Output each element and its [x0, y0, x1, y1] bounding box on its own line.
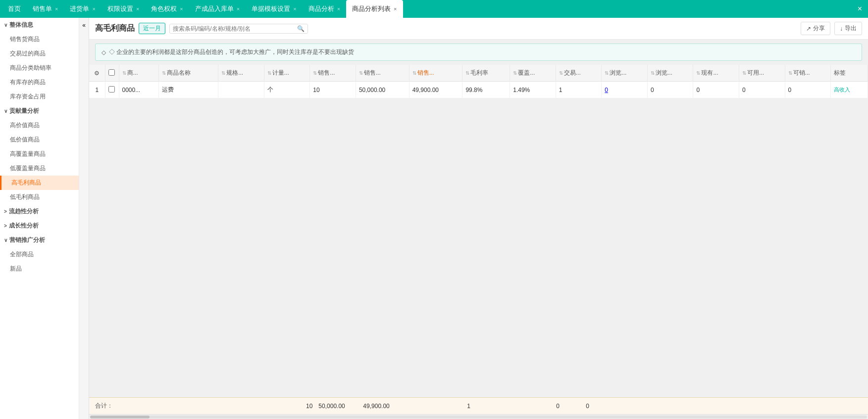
sidebar-item-high-gross[interactable]: 高毛利商品 — [0, 176, 79, 190]
col-amount[interactable]: ⇅销售... — [356, 65, 409, 82]
tab-analysis-list-close[interactable]: × — [394, 6, 397, 12]
main-layout: ∨ 整体信息 销售货商品 交易过的商品 商品分类助销率 有库存的商品 库存资金占… — [0, 18, 868, 419]
tab-analysis[interactable]: 商品分析 × — [303, 0, 346, 18]
col-trade[interactable]: ⇅交易... — [556, 65, 602, 82]
sidebar-group-marketing[interactable]: ∨ 营销推广分析 — [0, 233, 79, 247]
export-button[interactable]: ↓ 导出 — [834, 22, 862, 35]
content-area: 高毛利商品 近一月 🔍 ↗ 分享 ↓ 导出 ◇ ◇ 企业的主要的利润都是这部分商… — [89, 18, 868, 419]
sidebar-collapse-button[interactable]: « — [79, 18, 89, 419]
cell-views2: 0 — [647, 82, 693, 98]
tab-auth[interactable]: 权限设置 × — [102, 0, 145, 18]
col-tag[interactable]: 标签 — [831, 65, 868, 82]
cell-stock-cur: 0 — [693, 82, 739, 98]
sidebar-item-category-rate[interactable]: 商品分类助销率 — [0, 61, 79, 75]
tab-template[interactable]: 单据模板设置 × — [246, 0, 302, 18]
sidebar-item-high-coverage[interactable]: 高覆盖量商品 — [0, 147, 79, 161]
sidebar-group-contribution[interactable]: ∨ 贡献量分析 — [0, 104, 79, 118]
sidebar-item-low-value[interactable]: 低价值商品 — [0, 133, 79, 147]
sidebar-item-traded-goods[interactable]: 交易过的商品 — [0, 47, 79, 61]
group-contribution-arrow: ∨ — [4, 108, 7, 114]
sidebar-item-high-value[interactable]: 高价值商品 — [0, 118, 79, 133]
export-icon: ↓ — [840, 25, 843, 32]
tab-role-close[interactable]: × — [180, 6, 183, 12]
sidebar-group-flow[interactable]: > 流趋性分析 — [0, 204, 79, 219]
tab-sales[interactable]: 销售单 × — [27, 0, 64, 18]
tab-role[interactable]: 角色权权 × — [145, 0, 189, 18]
col-stock-sell[interactable]: ⇅可销... — [785, 65, 831, 82]
horizontal-scrollbar[interactable] — [89, 414, 868, 419]
data-table-container: ⚙ ⇅商... ⇅商品名称 ⇅规格... ⇅计量... ⇅销售... ⇅销售..… — [89, 65, 868, 397]
footer-stock-cur: 0 — [553, 403, 583, 410]
tab-auth-close[interactable]: × — [136, 6, 139, 12]
group-flow-arrow: > — [4, 209, 7, 214]
col-stock-avail[interactable]: ⇅可用... — [739, 65, 785, 82]
col-views2[interactable]: ⇅浏览... — [647, 65, 693, 82]
cell-name: 运费 — [159, 82, 218, 98]
col-qty[interactable]: ⇅销售... — [310, 65, 356, 82]
cell-stock-sell: 0 — [785, 82, 831, 98]
group-marketing-arrow: ∨ — [4, 237, 7, 243]
sidebar-item-sales-goods[interactable]: 销售货商品 — [0, 32, 79, 47]
col-profit[interactable]: ⇅销售... — [409, 65, 462, 82]
sidebar-item-low-coverage[interactable]: 低覆盖量商品 — [0, 161, 79, 176]
footer-qty: 10 — [303, 403, 315, 410]
footer-label: 合计： — [95, 402, 125, 410]
col-spec[interactable]: ⇅规格... — [218, 65, 264, 82]
sidebar-item-stock-capital[interactable]: 库存资金占用 — [0, 90, 79, 104]
cell-checkbox[interactable] — [105, 82, 119, 98]
col-views1[interactable]: ⇅浏览... — [602, 65, 648, 82]
sidebar-group-growth[interactable]: > 成长性分析 — [0, 219, 79, 233]
row-checkbox[interactable] — [108, 86, 115, 93]
tab-purchase[interactable]: 进货单 × — [64, 0, 101, 18]
search-icon[interactable]: 🔍 — [297, 25, 305, 32]
col-name[interactable]: ⇅商品名称 — [159, 65, 218, 82]
search-input[interactable] — [173, 25, 297, 32]
cell-coverage: 1.49% — [510, 82, 556, 98]
col-stock-cur[interactable]: ⇅现有... — [693, 65, 739, 82]
table-footer: 合计： 10 50,000.00 49,900.00 1 0 0 — [89, 397, 868, 414]
info-banner: ◇ ◇ 企业的主要的利润都是这部分商品创造的，可考虑加大推广，同时关注库存是不要… — [95, 44, 862, 61]
collapse-icon: « — [82, 22, 86, 29]
table-row: 1 0000... 运费 个 10 50,000.00 49,900.00 99… — [89, 82, 868, 98]
table-header-row: ⚙ ⇅商... ⇅商品名称 ⇅规格... ⇅计量... ⇅销售... ⇅销售..… — [89, 65, 868, 82]
search-box[interactable]: 🔍 — [169, 24, 308, 34]
footer-amount: 50,000.00 — [315, 403, 360, 410]
sidebar-item-all-goods[interactable]: 全部商品 — [0, 247, 79, 262]
page-title: 高毛利商品 — [95, 23, 135, 34]
tab-product-inbound[interactable]: 产成品入库单 × — [189, 0, 246, 18]
filter-recent-month[interactable]: 近一月 — [139, 23, 165, 34]
col-code[interactable]: ⇅商... — [119, 65, 159, 82]
window-close-button[interactable]: × — [854, 4, 866, 13]
tab-analysis-close[interactable]: × — [337, 6, 340, 12]
tab-purchase-close[interactable]: × — [92, 6, 95, 12]
share-icon: ↗ — [806, 25, 811, 32]
cell-spec — [218, 82, 264, 98]
sidebar-item-in-stock[interactable]: 有库存的商品 — [0, 75, 79, 90]
cell-index: 1 — [89, 82, 105, 98]
tab-home[interactable]: 首页 — [2, 0, 27, 18]
select-all-checkbox[interactable] — [108, 69, 115, 76]
col-coverage[interactable]: ⇅覆盖... — [510, 65, 556, 82]
share-button[interactable]: ↗ 分享 — [801, 22, 830, 35]
tab-analysis-list[interactable]: 商品分析列表 × — [346, 0, 403, 18]
col-settings[interactable]: ⚙ — [89, 65, 105, 82]
tab-product-inbound-close[interactable]: × — [237, 6, 240, 12]
cell-stock-avail: 0 — [739, 82, 785, 98]
cell-profit: 49,900.00 — [409, 82, 462, 98]
col-gross-rate[interactable]: ⇅毛利率 — [462, 65, 510, 82]
tab-sales-close[interactable]: × — [55, 6, 58, 12]
col-unit[interactable]: ⇅计量... — [264, 65, 310, 82]
scrollbar-track — [90, 416, 867, 419]
cell-trade: 1 — [556, 82, 602, 98]
sidebar-group-overall[interactable]: ∨ 整体信息 — [0, 18, 79, 32]
info-icon: ◇ — [102, 49, 106, 56]
cell-views1[interactable]: 0 — [602, 82, 648, 98]
col-checkbox[interactable] — [105, 65, 119, 82]
sidebar-item-low-gross[interactable]: 低毛利商品 — [0, 190, 79, 204]
tab-template-close[interactable]: × — [293, 6, 296, 12]
scrollbar-thumb[interactable] — [90, 416, 150, 419]
footer-profit: 49,900.00 — [360, 403, 405, 410]
sidebar-item-new-goods[interactable]: 新品 — [0, 262, 79, 276]
footer-cells: 10 50,000.00 49,900.00 1 0 0 — [125, 403, 862, 410]
footer-trade: 1 — [464, 403, 494, 410]
